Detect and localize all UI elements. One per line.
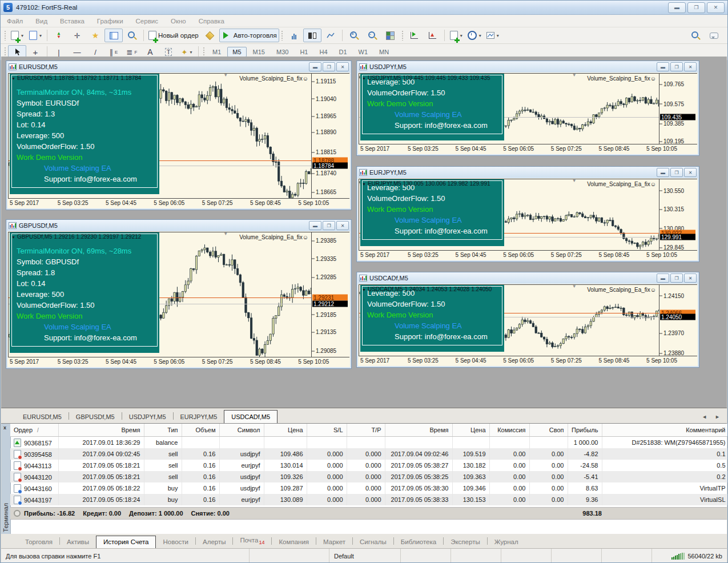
zoom-in-button[interactable]: + xyxy=(345,29,363,42)
price-scale[interactable]: 1.293851.293351.292851.291851.291351.290… xyxy=(312,232,349,357)
periods-button[interactable]: ▾ xyxy=(465,29,484,42)
price-scale[interactable]: 1.191151.190401.189651.188901.188151.187… xyxy=(312,73,349,199)
history-row[interactable]: 904431202017.09.05 05:18:21sell0.16usdjp… xyxy=(10,471,728,482)
auto-scroll-button[interactable] xyxy=(405,29,424,42)
column-header[interactable]: Цена xyxy=(452,424,489,437)
timeframe-d1[interactable]: D1 xyxy=(334,47,352,57)
column-header[interactable]: Своп xyxy=(529,424,568,437)
title-bar[interactable]: 5 479102: FortFS-Real ▬ ❐ ✕ xyxy=(1,1,727,15)
time-scale[interactable]: 5 Sep 20175 Sep 03:255 Sep 04:455 Sep 06… xyxy=(359,145,697,154)
terminal-tab-эксперты[interactable]: Эксперты xyxy=(444,536,486,548)
chart-minimize-button[interactable]: ▬ xyxy=(309,62,321,71)
chart-restore-button[interactable]: ❐ xyxy=(670,274,683,283)
autotrading-button[interactable]: Авто-торговля xyxy=(219,29,279,42)
column-header[interactable]: T/P xyxy=(347,424,385,437)
column-header[interactable]: Комиссия xyxy=(489,424,529,437)
column-header[interactable]: Прибыль xyxy=(568,424,602,437)
menu-file[interactable]: Файл xyxy=(1,18,29,25)
timeframe-w1[interactable]: W1 xyxy=(353,47,373,57)
chart-tab-eurjpyf-m5[interactable]: EURJPYf,M5 xyxy=(174,411,224,423)
terminal-tab-торговля[interactable]: Торговля xyxy=(18,536,59,548)
history-row[interactable]: 903681572017.09.01 18:36:29balance1 000.… xyxy=(10,437,728,449)
chart-canvas[interactable]: Leverage: 500VolumeOrderFlow: 1.50Work D… xyxy=(359,179,659,251)
menu-insert[interactable]: Вставка xyxy=(54,18,91,25)
history-row[interactable]: 904431132017.09.05 05:18:21sell0.16eurjp… xyxy=(10,460,728,471)
chart-window-titlebar[interactable]: GBPUSDf,M5 ▬ ❐ ✕ xyxy=(7,220,350,231)
column-header[interactable]: Комментарий xyxy=(602,424,728,437)
templates-button[interactable]: ▾ xyxy=(484,29,502,42)
chat-button[interactable] xyxy=(705,29,723,42)
timeframe-mn[interactable]: MN xyxy=(374,47,394,57)
indicators-button[interactable]: ▾ xyxy=(447,29,465,42)
terminal-toggle-button[interactable] xyxy=(104,29,123,42)
price-scale[interactable]: 1.241501.239701.238801.240661.24050 xyxy=(659,284,697,356)
terminal-tab-алерты[interactable]: Алерты xyxy=(196,536,232,548)
chart-tab-usdcadf-m5[interactable]: USDCADf,M5 xyxy=(224,410,277,423)
history-row[interactable]: 904431972017.09.05 05:18:24buy0.16eurjpy… xyxy=(10,494,728,505)
tile-windows-button[interactable] xyxy=(381,29,400,42)
zoom-out-button[interactable]: - xyxy=(363,29,381,42)
chart-window-titlebar[interactable]: USDJPYf,M5 ▬ ❐ ✕ xyxy=(358,61,698,73)
menu-window[interactable]: Окно xyxy=(164,18,192,25)
column-header[interactable]: S/L xyxy=(307,424,347,437)
status-profile[interactable]: Default xyxy=(329,549,401,563)
restore-button[interactable]: ❐ xyxy=(687,2,705,13)
terminal-tab-почта[interactable]: Почта14 xyxy=(233,534,271,548)
terminal-tab-активы[interactable]: Активы xyxy=(60,536,96,548)
timeframe-m30[interactable]: M30 xyxy=(271,47,293,57)
chart-minimize-button[interactable]: ▬ xyxy=(657,168,669,177)
toolbar-drag-handle[interactable] xyxy=(281,30,283,41)
menu-tools[interactable]: Сервис xyxy=(130,18,164,25)
chart-restore-button[interactable]: ❐ xyxy=(323,62,335,71)
chart-tab-gbpusdf-m5[interactable]: GBPUSDf,M5 xyxy=(69,411,122,423)
tab-scroll-left-icon[interactable]: ◄ xyxy=(702,414,707,420)
table-header-row[interactable]: Ордер/ВремяТипОбъемСимволЦенаS/LT/PВремя… xyxy=(10,424,728,437)
navigator-button[interactable]: ★ xyxy=(86,29,104,42)
chart-close-button[interactable]: ✕ xyxy=(684,62,697,71)
chart-restore-button[interactable]: ❐ xyxy=(670,168,683,177)
new-chart-button[interactable]: ▾ xyxy=(8,29,26,42)
column-header[interactable]: Время xyxy=(385,424,452,437)
chart-close-button[interactable]: ✕ xyxy=(336,62,349,71)
column-header[interactable]: Цена xyxy=(264,424,307,437)
chart-restore-button[interactable]: ❐ xyxy=(323,221,335,230)
terminal-tab-маркет[interactable]: Маркет xyxy=(316,536,352,548)
chart-canvas[interactable]: Leverage: 500VolumeOrderFlow: 1.50Work D… xyxy=(359,284,659,356)
chart-minimize-button[interactable]: ▬ xyxy=(309,221,321,230)
timeframe-m15[interactable]: M15 xyxy=(248,47,270,57)
chart-close-button[interactable]: ✕ xyxy=(684,274,697,283)
chart-window-titlebar[interactable]: EURUSDf,M5 ▬ ❐ ✕ xyxy=(7,61,350,73)
chart-window-titlebar[interactable]: USDCADf,M5 ▬ ❐ ✕ xyxy=(358,272,698,284)
timeframe-m5[interactable]: M5 xyxy=(227,47,246,57)
new-order-button[interactable]: Новый ордер xyxy=(146,29,201,42)
menu-charts[interactable]: Графики xyxy=(91,18,130,25)
chart-window-titlebar[interactable]: EURJPYf,M5 ▬ ❐ ✕ xyxy=(358,167,698,178)
chart-close-button[interactable]: ✕ xyxy=(336,221,349,230)
toolbar-drag-handle[interactable] xyxy=(4,30,6,41)
time-scale[interactable]: 5 Sep 20175 Sep 03:255 Sep 04:455 Sep 06… xyxy=(8,199,349,208)
terminal-tab-сигналы[interactable]: Сигналы xyxy=(353,536,393,548)
timeframe-m1[interactable]: M1 xyxy=(207,47,226,57)
column-header[interactable]: Объем xyxy=(182,424,219,437)
history-row[interactable]: 904431602017.09.05 05:18:22buy0.16usdjpy… xyxy=(10,482,728,494)
time-scale[interactable]: 5 Sep 20175 Sep 03:255 Sep 04:455 Sep 06… xyxy=(8,358,349,367)
chart-minimize-button[interactable]: ▬ xyxy=(657,274,669,283)
metaeditor-button[interactable] xyxy=(201,29,219,42)
toolbar-drag-handle[interactable] xyxy=(203,47,205,57)
toolbar-drag-handle[interactable] xyxy=(401,30,404,41)
line-chart-button[interactable] xyxy=(321,29,340,42)
chart-tab-usdjpyf-m5[interactable]: USDJPYf,M5 xyxy=(122,411,173,423)
chart-close-button[interactable]: ✕ xyxy=(684,168,697,177)
time-scale[interactable]: 5 Sep 20175 Sep 03:255 Sep 04:455 Sep 06… xyxy=(359,251,697,260)
price-scale[interactable]: 130.550130.315130.080129.845130.022129.9… xyxy=(659,179,697,251)
chart-canvas[interactable]: TerminalMonitor ON, 69ms, ~28msSymbol: G… xyxy=(8,232,312,357)
terminal-tab-журнал[interactable]: Журнал xyxy=(488,536,525,548)
toolbar-drag-handle[interactable] xyxy=(4,47,6,57)
column-header[interactable]: Тип xyxy=(144,424,182,437)
tab-scroll-right-icon[interactable]: ► xyxy=(715,414,720,420)
bar-chart-button[interactable] xyxy=(285,29,303,42)
time-scale[interactable]: 5 Sep 20175 Sep 03:255 Sep 04:455 Sep 06… xyxy=(359,357,697,365)
data-window-button[interactable]: ✛ xyxy=(68,29,86,42)
terminal-tab-новости[interactable]: Новости xyxy=(156,536,195,548)
strategy-tester-button[interactable] xyxy=(123,29,141,42)
